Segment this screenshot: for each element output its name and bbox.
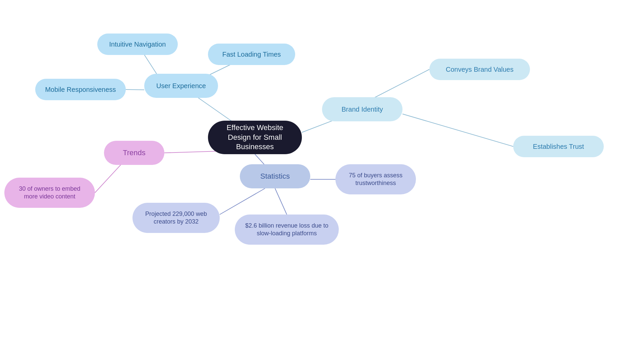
central-node: Effective Website Design for Small Busin…	[208, 121, 302, 154]
brand-identity-node: Brand Identity	[322, 97, 402, 121]
video-content-node: 30 of owners to embed more video content	[4, 178, 95, 208]
trends-node: Trends	[104, 141, 164, 165]
intuitive-navigation-node: Intuitive Navigation	[97, 34, 178, 55]
mobile-responsiveness-node: Mobile Responsiveness	[35, 79, 126, 100]
revenue-loss-node: $2.6 billion revenue loss due to slow-lo…	[235, 215, 339, 245]
svg-line-12	[275, 188, 287, 215]
svg-line-11	[220, 188, 265, 215]
statistics-node: Statistics	[240, 164, 310, 188]
fast-loading-node: Fast Loading Times	[208, 44, 295, 65]
user-experience-node: User Experience	[144, 74, 218, 98]
buyers-assess-node: 75 of buyers assess trustworthiness	[335, 164, 416, 194]
establishes-trust-node: Establishes Trust	[513, 136, 604, 157]
svg-line-6	[402, 114, 513, 146]
projected-creators-node: Projected 229,000 web creators by 2032	[132, 203, 220, 233]
svg-line-3	[126, 89, 144, 90]
conveys-brand-values-node: Conveys Brand Values	[429, 59, 530, 80]
